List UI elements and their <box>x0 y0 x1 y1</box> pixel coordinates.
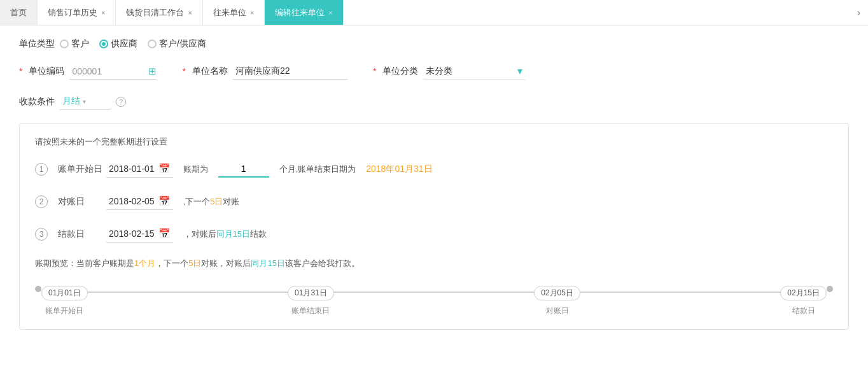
tab-edit-counterparty-label: 编辑往来单位 <box>275 7 325 18</box>
radio-supplier-label: 供应商 <box>111 38 137 50</box>
row-num-2: 2 <box>35 195 48 208</box>
setting-row-1: 1 账单开始日 2018-01-01 📅 账期为 个月,账单结束日期为 2018… <box>35 160 833 178</box>
reconcile-date-value: 2018-02-05 <box>109 196 155 206</box>
unit-category-required: * <box>373 66 376 76</box>
tab-edit-counterparty-close[interactable]: × <box>328 9 332 17</box>
tab-counterparty-close[interactable]: × <box>250 9 254 17</box>
start-date-input[interactable]: 2018-01-01 📅 <box>106 160 173 178</box>
period-end-date: 2018年01月31日 <box>366 164 432 175</box>
timeline-node-1: 01月01日 账单开始日 <box>41 285 88 316</box>
radio-customer-circle <box>60 39 69 48</box>
unit-name-input[interactable] <box>233 64 347 80</box>
row-label-1: 账单开始日 <box>58 164 96 175</box>
payment-condition-dropdown[interactable]: 月结 ▾ <box>60 93 111 110</box>
radio-customer-supplier-label: 客户/供应商 <box>159 38 206 50</box>
unit-code-label: 单位编码 <box>29 66 64 77</box>
unit-category-value: 未分类 <box>426 66 515 77</box>
unit-type-row: 单位类型 客户 供应商 客户/供应商 <box>19 38 849 50</box>
row-num-1: 1 <box>35 163 48 176</box>
tab-home-label: 首页 <box>10 7 27 18</box>
timeline-label-2: 账单结束日 <box>291 306 330 316</box>
unit-name-label: 单位名称 <box>192 66 228 77</box>
payment-condition-value: 月结 <box>62 95 80 107</box>
start-date-cal-icon[interactable]: 📅 <box>158 163 171 174</box>
row-3-desc: ，对账后同月15日结款 <box>183 229 267 240</box>
tab-cashier-workbench[interactable]: 钱货日清工作台 × <box>116 0 202 25</box>
timeline-start-dot <box>35 286 41 292</box>
main-content: 单位类型 客户 供应商 客户/供应商 * 单位编码 <box>0 25 868 387</box>
timeline-label-3: 对账日 <box>546 306 569 316</box>
unit-type-group: 单位类型 客户 供应商 客户/供应商 <box>19 38 206 50</box>
start-date-value: 2018-01-01 <box>109 164 155 174</box>
tab-bar: 首页 销售订单历史 × 钱货日清工作台 × 往来单位 × 编辑往来单位 × › <box>0 0 868 25</box>
row-1-desc-before: 账期为 <box>183 164 208 175</box>
setting-row-2: 2 对账日 2018-02-05 📅 ,下一个5日对账 <box>35 193 833 210</box>
radio-customer-supplier[interactable]: 客户/供应商 <box>148 38 206 50</box>
tab-edit-counterparty[interactable]: 编辑往来单位 × <box>265 0 343 25</box>
radio-customer-supplier-circle <box>148 39 157 48</box>
unit-category-select[interactable]: 未分类 ▾ <box>423 62 525 80</box>
payment-condition-label: 收款条件 <box>19 96 55 108</box>
unit-name-group: * 单位名称 <box>182 64 347 80</box>
unit-code-copy-icon[interactable]: ⊞ <box>148 66 157 77</box>
timeline-bubble-2: 01月31日 <box>288 286 334 300</box>
timeline-node-4: 02月15日 结款日 <box>780 285 827 316</box>
row-num-3: 3 <box>35 228 48 241</box>
tab-sales-history-close[interactable]: × <box>101 9 105 17</box>
tab-scroll-right[interactable]: › <box>850 0 868 25</box>
payment-date-input[interactable]: 2018-02-15 📅 <box>106 225 173 243</box>
row-2-desc: ,下一个5日对账 <box>183 196 240 208</box>
row-1-desc-after: 个月,账单结束日期为 <box>279 164 356 175</box>
tab-sales-history-label: 销售订单历史 <box>48 7 97 18</box>
unit-category-group: * 单位分类 未分类 ▾ <box>373 62 525 80</box>
tab-counterparty-label: 往来单位 <box>213 7 246 18</box>
row-label-2: 对账日 <box>58 196 96 208</box>
radio-customer[interactable]: 客户 <box>60 38 89 50</box>
unit-info-row: * 单位编码 ⊞ * 单位名称 * 单位分类 未分类 ▾ <box>19 62 849 80</box>
setting-row-3: 3 结款日 2018-02-15 📅 ，对账后同月15日结款 <box>35 225 833 243</box>
tab-counterparty[interactable]: 往来单位 × <box>203 0 265 25</box>
radio-customer-label: 客户 <box>71 38 89 50</box>
timeline-nodes: 01月01日 账单开始日 01月31日 账单结束日 02月05日 对账日 02月… <box>41 285 827 316</box>
help-icon[interactable]: ? <box>116 97 126 107</box>
tab-home[interactable]: 首页 <box>0 0 38 25</box>
row-label-3: 结款日 <box>58 229 96 240</box>
payment-condition-row: 收款条件 月结 ▾ ? <box>19 93 849 110</box>
period-input[interactable] <box>218 161 269 178</box>
payment-date-cal-icon[interactable]: 📅 <box>158 228 171 239</box>
unit-type-radio-group: 客户 供应商 客户/供应商 <box>60 38 206 50</box>
payment-condition-arrow: ▾ <box>83 98 86 105</box>
radio-supplier[interactable]: 供应商 <box>99 38 137 50</box>
unit-code-input-wrapper: ⊞ <box>69 64 157 80</box>
settings-card: 请按照未来的一个完整帐期进行设置 1 账单开始日 2018-01-01 📅 账期… <box>19 123 849 330</box>
timeline-label-4: 结款日 <box>792 306 815 316</box>
timeline-bubble-3: 02月05日 <box>534 286 580 300</box>
unit-category-label: 单位分类 <box>382 66 418 77</box>
timeline-end-dot <box>827 286 833 292</box>
reconcile-date-cal-icon[interactable]: 📅 <box>158 195 171 207</box>
unit-name-required: * <box>182 66 185 76</box>
timeline-bubble-4: 02月15日 <box>780 286 827 300</box>
unit-category-chevron: ▾ <box>517 65 522 77</box>
timeline-node-2: 01月31日 账单结束日 <box>288 285 334 316</box>
timeline-bubble-1: 01月01日 <box>41 286 88 300</box>
timeline: 01月01日 账单开始日 01月31日 账单结束日 02月05日 对账日 02月… <box>35 285 833 316</box>
tab-cashier-workbench-label: 钱货日清工作台 <box>126 7 184 18</box>
unit-code-group: * 单位编码 ⊞ <box>19 64 157 80</box>
radio-supplier-circle <box>99 39 108 48</box>
payment-date-value: 2018-02-15 <box>109 229 155 239</box>
reconcile-date-input[interactable]: 2018-02-05 📅 <box>106 193 173 210</box>
tab-sales-history[interactable]: 销售订单历史 × <box>38 0 116 25</box>
card-instruction: 请按照未来的一个完整帐期进行设置 <box>35 136 833 148</box>
timeline-node-3: 02月05日 对账日 <box>534 285 580 316</box>
unit-code-required: * <box>19 66 22 76</box>
unit-type-label: 单位类型 <box>19 38 55 50</box>
tab-cashier-workbench-close[interactable]: × <box>188 9 192 17</box>
preview-text: 账期预览：当前客户账期是1个月，下一个5日对账，对账后同月15日该客户会给我打款… <box>35 258 833 269</box>
payment-condition-group: 收款条件 月结 ▾ ? <box>19 93 126 110</box>
timeline-label-1: 账单开始日 <box>45 306 83 316</box>
unit-code-input[interactable] <box>69 64 146 79</box>
